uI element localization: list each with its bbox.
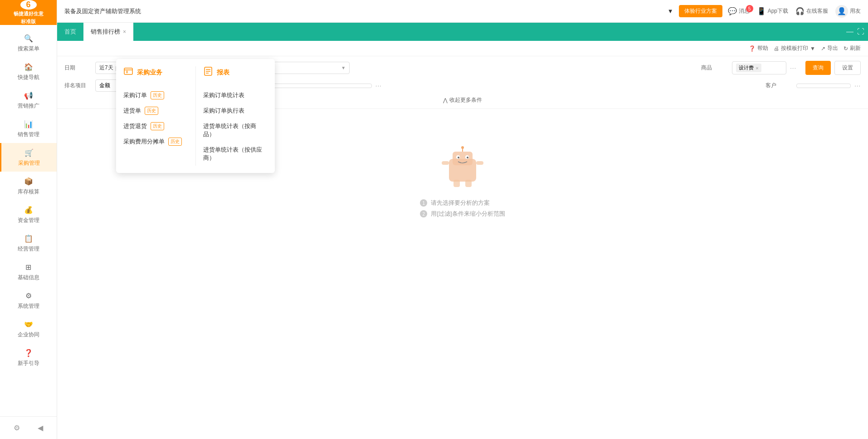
operations-icon: 📋	[24, 233, 34, 243]
help-button[interactable]: ❓ 帮助	[749, 44, 768, 52]
empty-hint-1: 1 请先选择要分析的方案	[420, 199, 505, 207]
sidebar-item-purchase[interactable]: 🛒 采购管理	[0, 143, 57, 172]
sidebar-item-sales[interactable]: 📊 销售管理	[0, 114, 57, 143]
stock-in-stat-label: 进货单统计表（按商品）	[203, 122, 268, 138]
goods-tag-close[interactable]: ×	[756, 65, 758, 71]
report-col: 报表 采购订单统计表 采购订单执行表 进货单统计表（按商品） 进货单统计表（按供…	[203, 66, 268, 166]
expense-label: 采购费用分摊单	[123, 138, 165, 146]
salesperson-dots[interactable]: ···	[375, 82, 382, 89]
collapse-label: 收起更多条件	[449, 96, 482, 104]
logo-text: 畅捷通好生意	[14, 10, 44, 17]
return-item[interactable]: 进货退货 历史	[123, 118, 188, 134]
sidebar-item-guide[interactable]: ❓ 新手引导	[0, 343, 57, 372]
setting-button[interactable]: 设置	[834, 61, 861, 75]
purchase-col-header: 采购业务	[123, 66, 188, 82]
settings-button[interactable]: ⚙	[14, 424, 20, 432]
sidebar-item-search-label: 搜索菜单	[18, 45, 39, 53]
tab-close-icon[interactable]: ×	[123, 29, 126, 35]
print-dropdown-icon: ▼	[810, 45, 815, 52]
goods-dots[interactable]: ···	[790, 64, 796, 71]
main-area: 装备及固定资产辅助管理系统 ▼ 体验行业方案 💬 5 消息 📱 App下载 🎧 …	[57, 0, 868, 439]
purchase-col: 采购业务 采购订单 历史 进货单 历史 进货退货 历史 采购费用分摊单 历史	[123, 66, 188, 166]
app-download-button[interactable]: 📱 App下载	[757, 7, 788, 15]
basic-info-icon: ⊞	[24, 262, 34, 272]
print-label: 按模板打印	[781, 44, 808, 52]
sidebar-item-sales-label: 销售管理	[18, 131, 39, 138]
sidebar-item-basic-info[interactable]: ⊞ 基础信息	[0, 257, 57, 286]
goods-input[interactable]: 设计费 ×	[732, 61, 786, 74]
svg-rect-12	[124, 68, 132, 74]
system-title: 装备及固定资产辅助管理系统	[64, 7, 662, 15]
refresh-button[interactable]: ↻ 刷新	[844, 44, 861, 52]
refresh-icon: ↻	[844, 45, 848, 52]
stock-in-supplier-stat-item[interactable]: 进货单统计表（按供应商）	[203, 142, 268, 166]
purchase-order-exec-label: 采购订单执行表	[203, 107, 244, 115]
online-service-button[interactable]: 🎧 在线客服	[795, 7, 828, 15]
app-download-label: App下载	[768, 7, 788, 15]
purchase-order-exec-item[interactable]: 采购订单执行表	[203, 103, 268, 118]
purchase-order-item[interactable]: 采购订单 历史	[123, 88, 188, 103]
collapse-sidebar-button[interactable]: ◀	[38, 424, 43, 432]
system-dropdown[interactable]: ▼	[668, 8, 673, 15]
sidebar-item-quick-nav[interactable]: 🏠 快捷导航	[0, 57, 57, 86]
purchase-order-stat-item[interactable]: 采购订单统计表	[203, 88, 268, 103]
marketing-icon: 📢	[24, 90, 34, 100]
sidebar: 6 畅捷通好生意 标准版 🔍 搜索菜单 🏠 快捷导航 📢 营销推广 📊 销售管理…	[0, 0, 57, 439]
sidebar-item-inventory-label: 库存核算	[18, 188, 39, 196]
collapse-up-icon: ⋀	[443, 97, 448, 104]
sidebar-item-operations-label: 经营管理	[18, 245, 39, 253]
sidebar-nav: 🔍 搜索菜单 🏠 快捷导航 📢 营销推广 📊 销售管理 🛒 采购管理 📦 库存核…	[0, 25, 57, 416]
finance-icon: 💰	[24, 205, 34, 215]
export-button[interactable]: ↗ 导出	[821, 44, 838, 52]
sidebar-item-search[interactable]: 🔍 搜索菜单	[0, 29, 57, 57]
goods-filter: 商品 设计费 × ···	[701, 61, 796, 74]
tabs-right-actions: — ⛶	[846, 28, 868, 36]
sidebar-footer: ⚙ ◀	[0, 416, 57, 439]
date-option-7days: 近7天	[99, 64, 113, 72]
query-actions: 查询 设置	[805, 61, 861, 75]
export-label: 导出	[827, 44, 838, 52]
export-icon: ↗	[821, 45, 825, 52]
empty-illustration	[435, 145, 490, 191]
customer-input[interactable]	[796, 84, 851, 88]
customer-dots[interactable]: ···	[854, 82, 861, 89]
expense-badge: 历史	[168, 138, 182, 146]
doc-status-arrow: ▼	[341, 65, 346, 70]
industry-btn[interactable]: 体验行业方案	[679, 5, 722, 17]
sidebar-item-system[interactable]: ⚙ 系统管理	[0, 286, 57, 315]
tab-minimize-icon[interactable]: —	[846, 28, 853, 36]
tab-sales-rank[interactable]: 销售排行榜 ×	[83, 23, 133, 41]
print-button[interactable]: 🖨 按模板打印 ▼	[774, 44, 815, 52]
report-col-title: 报表	[217, 69, 229, 77]
system-icon: ⚙	[24, 291, 34, 301]
messages-button[interactable]: 💬 5 消息	[728, 7, 750, 15]
sidebar-item-inventory[interactable]: 📦 库存核算	[0, 172, 57, 200]
sidebar-item-finance-label: 资金管理	[18, 217, 39, 224]
rank-label: 排名项目	[64, 82, 92, 89]
stock-in-stat-item[interactable]: 进货单统计表（按商品）	[203, 118, 268, 142]
help-label: 帮助	[757, 44, 768, 52]
collapse-button[interactable]: ⋀ 收起更多条件	[443, 96, 482, 104]
sidebar-item-marketing[interactable]: 📢 营销推广	[0, 86, 57, 114]
hint-num-1: 1	[420, 199, 427, 207]
sidebar-item-operations[interactable]: 📋 经营管理	[0, 229, 57, 257]
menu-divider	[195, 66, 196, 166]
query-button[interactable]: 查询	[805, 61, 831, 75]
svg-point-5	[467, 157, 468, 158]
message-icon: 💬	[728, 7, 737, 15]
expense-item[interactable]: 采购费用分摊单 历史	[123, 134, 188, 149]
goods-label: 商品	[701, 64, 728, 72]
tab-home-label: 首页	[64, 28, 76, 36]
sidebar-item-finance[interactable]: 💰 资金管理	[0, 200, 57, 229]
home-icon: 🏠	[24, 62, 34, 72]
sidebar-item-quick-nav-label: 快捷导航	[18, 74, 39, 81]
tab-home[interactable]: 首页	[57, 23, 83, 41]
sidebar-item-cooperation[interactable]: 🤝 企业协同	[0, 315, 57, 343]
purchase-icon: 🛒	[24, 148, 34, 158]
sidebar-item-system-label: 系统管理	[18, 302, 39, 310]
tab-fullscreen-icon[interactable]: ⛶	[857, 28, 864, 36]
sidebar-item-guide-label: 新手引导	[18, 360, 39, 367]
stock-in-item[interactable]: 进货单 历史	[123, 103, 188, 118]
rank-value: 金额	[99, 82, 110, 89]
user-menu[interactable]: 👤 用友	[835, 5, 861, 18]
